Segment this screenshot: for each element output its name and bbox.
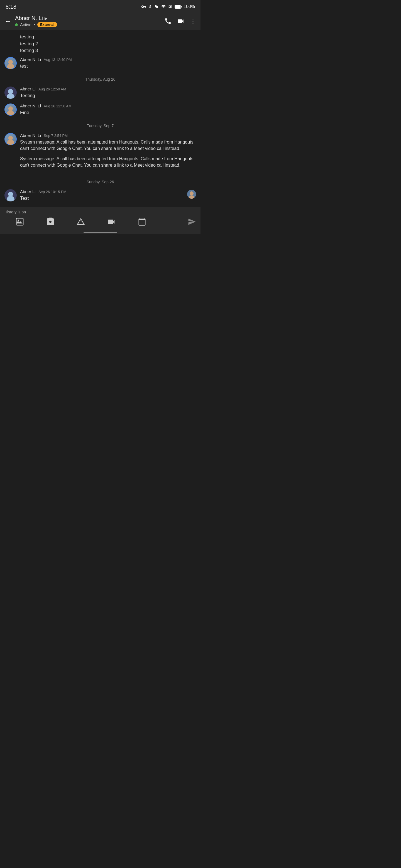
more-options-button[interactable]: ⋮ <box>190 18 196 25</box>
message-fine: Fine <box>20 109 196 116</box>
date-sep-sep7: Tuesday, Sep 7 <box>0 119 200 131</box>
message-meta-aug26-testing: Abner Li Aug 26 12:50 AM <box>20 87 196 91</box>
time-aug13: Aug 13 12:40 PM <box>44 58 71 62</box>
name-chevron-icon: ▶ <box>45 16 48 21</box>
continuation-messages: testing testing 2 testing 3 <box>0 33 200 55</box>
svg-rect-1 <box>170 6 171 8</box>
message-meta-aug13: Abner N. Li Aug 13 12:40 PM <box>20 57 196 62</box>
status-icons: 100% <box>141 4 195 9</box>
active-label: Active <box>20 22 31 27</box>
reaction-avatar <box>187 190 196 199</box>
avatar-abner-nli-sep7 <box>4 133 17 145</box>
message-test: test <box>20 63 196 70</box>
message-content-aug13: Abner N. Li Aug 13 12:40 PM test <box>20 57 196 70</box>
svg-point-16 <box>7 196 15 202</box>
sender-abner-nli-aug26: Abner N. Li <box>20 103 41 108</box>
avatar-abner-li-aug26 <box>4 87 17 99</box>
send-button[interactable] <box>188 218 196 228</box>
separator: • <box>34 22 35 27</box>
svg-point-14 <box>7 140 14 145</box>
camera-button[interactable] <box>35 218 66 228</box>
calendar-button[interactable] <box>127 218 157 228</box>
video-call-button[interactable] <box>176 18 185 25</box>
message-group-sep7: Abner N. Li Sep 7 2:54 PM System message… <box>0 131 200 175</box>
contact-status-row: Active • External <box>15 22 161 27</box>
battery-icon <box>175 5 182 9</box>
message-meta-sep7: Abner N. Li Sep 7 2:54 PM <box>20 133 196 138</box>
avatar-abner-li-sep26 <box>4 189 17 202</box>
status-time: 8:18 <box>6 4 17 10</box>
contact-name-row[interactable]: Abner N. Li ▶ <box>15 15 161 22</box>
time-aug26-fine: Aug 26 12:50 AM <box>44 104 71 108</box>
gallery-button[interactable] <box>4 218 35 228</box>
svg-rect-3 <box>169 8 169 8</box>
external-badge: External <box>37 22 57 27</box>
back-button[interactable]: ← <box>4 17 12 26</box>
svg-point-17 <box>190 191 194 195</box>
svg-rect-2 <box>169 7 170 8</box>
message-group-aug26-testing: Abner Li Aug 26 12:50 AM Testing <box>0 84 200 101</box>
svg-point-8 <box>7 64 14 69</box>
battery-percentage: 100% <box>183 4 195 9</box>
active-dot-icon <box>15 23 18 26</box>
sender-abner-li-sep26: Abner Li <box>20 189 36 194</box>
system-message-1: System message: A call has been attempte… <box>20 139 196 152</box>
message-group-aug13: Abner N. Li Aug 13 12:40 PM test <box>0 55 200 72</box>
history-status: History is on <box>4 210 196 214</box>
date-sep-aug26: Thursday, Aug 26 <box>0 72 200 84</box>
chat-header: ← Abner N. Li ▶ Active • External ⋮ <box>0 12 200 30</box>
message-testing-2: testing 2 <box>20 41 196 48</box>
svg-rect-5 <box>181 6 182 7</box>
chat-footer: History is on <box>0 207 200 229</box>
bluetooth-icon <box>148 4 152 9</box>
time-aug26-testing: Aug 26 12:50 AM <box>38 87 66 91</box>
sender-abner-li: Abner Li <box>20 87 36 91</box>
home-bar <box>84 232 117 233</box>
message-meta-sep26: Abner Li Sep 26 10:15 PM <box>20 189 196 194</box>
svg-point-18 <box>189 195 194 199</box>
avatar-abner-nli-aug13 <box>4 57 17 69</box>
status-bar: 8:18 100% <box>0 0 200 12</box>
footer-actions <box>4 218 196 228</box>
svg-rect-0 <box>172 5 172 8</box>
message-testing-3: testing 3 <box>20 47 196 54</box>
no-sound-icon <box>154 4 159 9</box>
svg-rect-6 <box>175 5 181 8</box>
key-icon <box>141 4 146 9</box>
message-testing: testing <box>20 34 196 41</box>
avatar-abner-nli-aug26 <box>4 103 17 116</box>
message-content-aug26-testing: Abner Li Aug 26 12:50 AM Testing <box>20 87 196 99</box>
header-actions: ⋮ <box>164 18 196 25</box>
sender-abner-nli: Abner N. Li <box>20 57 41 62</box>
header-info: Abner N. Li ▶ Active • External <box>15 15 161 27</box>
message-testing-aug26: Testing <box>20 92 196 99</box>
call-button[interactable] <box>164 18 172 25</box>
message-group-sep26: Abner Li Sep 26 10:15 PM Test <box>0 187 200 204</box>
sender-abner-nli-sep7: Abner N. Li <box>20 133 41 138</box>
time-sep7: Sep 7 2:54 PM <box>44 133 68 138</box>
home-indicator <box>0 229 200 234</box>
chat-area: testing testing 2 testing 3 Abner N. Li … <box>0 30 200 207</box>
system-message-2: System message: A call has been attempte… <box>20 156 196 168</box>
message-meta-aug26-fine: Abner N. Li Aug 26 12:50 AM <box>20 103 196 108</box>
message-group-aug26-fine: Abner N. Li Aug 26 12:50 AM Fine <box>0 101 200 119</box>
signal-icon <box>168 4 173 9</box>
svg-point-12 <box>7 110 14 116</box>
time-sep26: Sep 26 10:15 PM <box>38 190 66 194</box>
svg-point-20 <box>18 220 19 221</box>
date-sep-sep26: Sunday, Sep 26 <box>0 175 200 187</box>
message-content-sep7: Abner N. Li Sep 7 2:54 PM System message… <box>20 133 196 173</box>
message-content-sep26: Abner Li Sep 26 10:15 PM Test <box>20 189 196 202</box>
add-video-button[interactable] <box>96 218 127 228</box>
message-test-sep26: Test <box>20 195 196 202</box>
message-content-aug26-fine: Abner N. Li Aug 26 12:50 AM Fine <box>20 103 196 116</box>
svg-point-10 <box>7 93 15 99</box>
contact-name: Abner N. Li <box>15 15 43 22</box>
wifi-icon <box>161 4 166 9</box>
drive-button[interactable] <box>65 218 96 228</box>
